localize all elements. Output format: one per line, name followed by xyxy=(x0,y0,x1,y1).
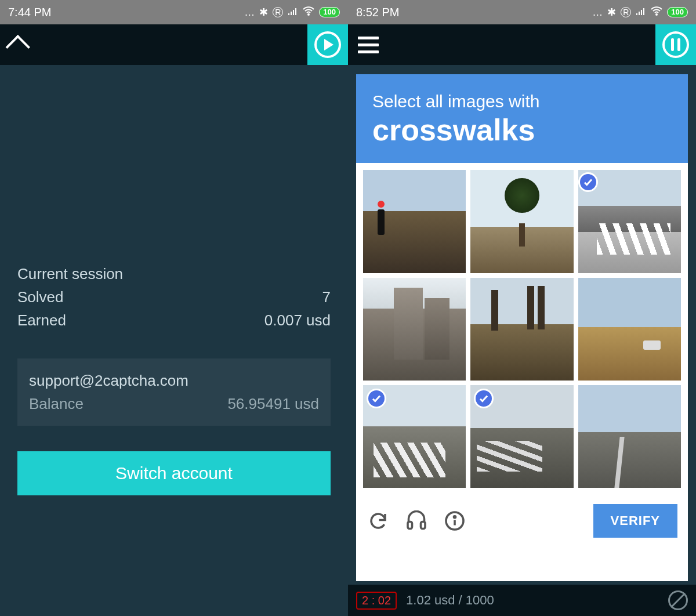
captcha-grid xyxy=(356,163,688,495)
chevron-up-icon xyxy=(6,35,30,59)
tile-crosswalk-wide[interactable] xyxy=(470,385,573,488)
phone-left: 7:44 PM … ✱ R 100 Current session So xyxy=(0,0,348,616)
collapse-button[interactable] xyxy=(0,24,41,65)
phone-right: 8:52 PM … ✱ R 100 Select all images with xyxy=(348,0,696,616)
wifi-icon xyxy=(651,6,662,19)
solved-value: 7 xyxy=(322,285,331,309)
bluetooth-icon: ✱ xyxy=(607,6,616,19)
balance-label: Balance xyxy=(29,392,84,415)
pause-button[interactable] xyxy=(655,24,696,65)
account-email: support@2captcha.com xyxy=(29,369,188,392)
audio-button[interactable] xyxy=(405,509,428,532)
check-icon xyxy=(578,172,598,192)
svg-point-1 xyxy=(656,14,657,15)
r-icon: R xyxy=(273,7,283,17)
tile-palm-tree[interactable] xyxy=(470,170,573,273)
signal-icon xyxy=(636,6,646,19)
tile-highway[interactable] xyxy=(578,385,681,488)
menu-button[interactable] xyxy=(348,24,389,65)
play-button[interactable] xyxy=(307,24,348,65)
status-time: 8:52 PM xyxy=(356,6,399,19)
verify-button[interactable]: VERIFY xyxy=(593,504,677,538)
bottom-stats-bar: 2 : 02 1.02 usd / 1000 xyxy=(348,585,696,616)
signal-icon xyxy=(288,6,298,19)
switch-account-button[interactable]: Switch account xyxy=(17,451,331,495)
status-time: 7:44 PM xyxy=(8,6,51,19)
captcha-tile-image xyxy=(578,278,681,381)
captcha-card: Select all images with crosswalks VERIFY xyxy=(356,74,688,581)
play-icon xyxy=(314,31,341,58)
account-box: support@2captcha.com Balance 56.95491 us… xyxy=(17,358,331,426)
wifi-icon xyxy=(303,6,314,19)
svg-point-6 xyxy=(454,516,456,518)
captcha-tile-image xyxy=(470,170,573,273)
earned-value: 0.007 usd xyxy=(264,309,331,332)
status-icons: … ✱ R 100 xyxy=(592,6,688,19)
status-bar: 7:44 PM … ✱ R 100 xyxy=(0,0,348,24)
pause-icon xyxy=(662,31,689,58)
status-icons: … ✱ R 100 xyxy=(244,6,340,19)
captcha-instruction-line2: crosswalks xyxy=(372,114,672,147)
skip-button[interactable] xyxy=(668,590,688,610)
tile-crosswalk-cars[interactable] xyxy=(578,170,681,273)
earned-label: Earned xyxy=(17,309,66,332)
captcha-tile-image xyxy=(470,278,573,381)
bluetooth-icon: ✱ xyxy=(259,6,268,19)
timer: 2 : 02 xyxy=(356,592,397,610)
svg-rect-3 xyxy=(421,522,426,529)
captcha-tile-image xyxy=(363,278,466,381)
more-icon: … xyxy=(592,6,603,19)
status-bar: 8:52 PM … ✱ R 100 xyxy=(348,0,696,24)
more-icon: … xyxy=(244,6,255,19)
captcha-screen: Select all images with crosswalks VERIFY… xyxy=(348,65,696,616)
hamburger-icon xyxy=(358,37,379,53)
info-button[interactable] xyxy=(443,509,466,532)
tile-city-buildings[interactable] xyxy=(363,278,466,381)
tile-traffic-light[interactable] xyxy=(363,170,466,273)
session-heading: Current session xyxy=(17,262,123,285)
reload-button[interactable] xyxy=(367,509,390,532)
tile-crosswalk-corner[interactable] xyxy=(363,385,466,488)
solved-label: Solved xyxy=(17,285,64,309)
app-bar xyxy=(348,24,696,65)
tile-dry-field[interactable] xyxy=(578,278,681,381)
captcha-header: Select all images with crosswalks xyxy=(356,74,688,163)
r-icon: R xyxy=(621,7,631,17)
tile-palm-street[interactable] xyxy=(470,278,573,381)
account-screen: Current session Solved 7 Earned 0.007 us… xyxy=(0,65,348,616)
battery-icon: 100 xyxy=(319,7,340,17)
svg-point-0 xyxy=(308,14,309,15)
check-icon xyxy=(367,389,386,408)
battery-icon: 100 xyxy=(667,7,688,17)
svg-rect-2 xyxy=(408,522,412,529)
captcha-tile-image xyxy=(578,385,681,488)
check-icon xyxy=(474,389,494,408)
captcha-footer: VERIFY xyxy=(356,495,688,549)
captcha-tile-image xyxy=(363,170,466,273)
captcha-instruction-line1: Select all images with xyxy=(372,92,672,111)
app-bar xyxy=(0,24,348,65)
rate-value: 1.02 usd / 1000 xyxy=(406,593,494,608)
balance-value: 56.95491 usd xyxy=(227,392,319,415)
